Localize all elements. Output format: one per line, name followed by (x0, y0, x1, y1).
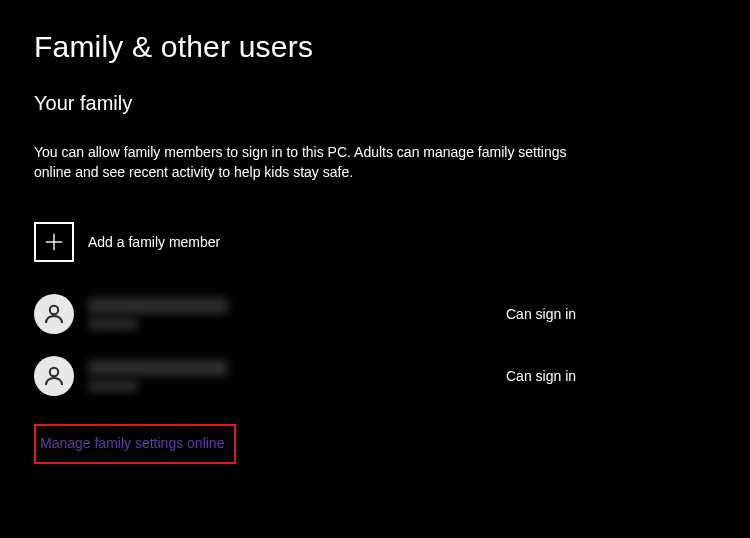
manage-family-settings-link[interactable]: Manage family settings online (40, 435, 224, 451)
page-title: Family & other users (34, 30, 716, 64)
avatar (34, 356, 74, 396)
add-family-member-button[interactable]: Add a family member (34, 222, 716, 262)
family-member-status: Can sign in (506, 368, 626, 384)
plus-icon (34, 222, 74, 262)
section-heading-your-family: Your family (34, 92, 716, 115)
avatar (34, 294, 74, 334)
family-member-name (88, 298, 228, 314)
svg-point-2 (50, 306, 58, 314)
family-member-sub (88, 380, 138, 392)
family-member-sub (88, 318, 138, 330)
family-member-name (88, 360, 228, 376)
add-family-member-label: Add a family member (88, 234, 220, 250)
highlight-box: Manage family settings online (34, 424, 236, 464)
family-member-info (88, 298, 506, 330)
family-member-row[interactable]: Can sign in (34, 354, 716, 398)
family-member-info (88, 360, 506, 392)
svg-point-3 (50, 368, 58, 376)
family-member-status: Can sign in (506, 306, 626, 322)
section-description: You can allow family members to sign in … (34, 143, 574, 182)
family-member-row[interactable]: Can sign in (34, 292, 716, 336)
